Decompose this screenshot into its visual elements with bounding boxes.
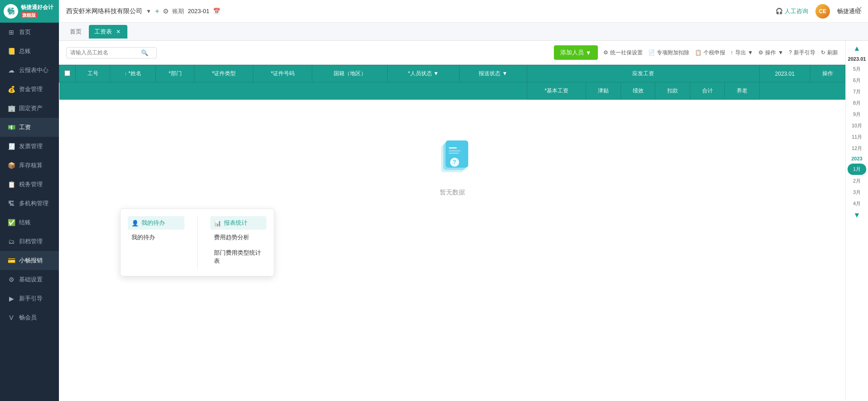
add-person-button[interactable]: 添加人员 ▼ — [554, 45, 598, 60]
timeline-month-jan-2023[interactable]: 1月 — [848, 164, 866, 175]
sidebar-item-member[interactable]: V 畅会员 — [0, 308, 59, 327]
dropdown-todo-item[interactable]: 我的待办 — [128, 230, 184, 245]
timeline-month-11[interactable]: 11月 — [846, 131, 868, 143]
top-header: 西安虾米网络科技有限公司 ▼ + ⚙ 账期 2023-01 📅 🎧 人工咨询 C… — [59, 0, 868, 23]
add-company-btn[interactable]: + — [155, 7, 159, 15]
timeline-down-nav[interactable]: ▼ — [846, 209, 868, 221]
timeline-month-6[interactable]: 6月 — [846, 75, 868, 86]
th-id-number: *证件号码 — [253, 65, 312, 82]
sidebar-item-archive[interactable]: 🗂 归档管理 — [0, 232, 59, 251]
sidebar-item-xiaochang[interactable]: 💳 小畅报销 — [0, 251, 59, 270]
timeline-month-7[interactable]: 7月 — [846, 86, 868, 97]
basic-icon: ⚙ — [7, 276, 15, 283]
refresh-btn[interactable]: ↻ 刷新 — [821, 49, 838, 57]
sidebar-item-basic-label: 基础设置 — [19, 275, 43, 284]
timeline-month-apr-2023[interactable]: 4月 — [846, 198, 868, 209]
period-value[interactable]: 2023-01 — [188, 8, 209, 14]
export-dropdown-icon: ▼ — [748, 49, 753, 56]
sidebar-item-inventory[interactable]: 📦 库存核算 — [0, 156, 59, 175]
invoice-icon: 🧾 — [7, 143, 15, 150]
refresh-icon: ↻ — [821, 49, 825, 56]
timeline-month-10[interactable]: 10月 — [846, 120, 868, 131]
sidebar-item-ledger[interactable]: 📒 总账 — [0, 42, 59, 61]
table-header-row: 工号 ↕ *姓名 *部门 *证件类型 *证件号码 国籍（地区） *人员状态 ▼ … — [59, 65, 845, 82]
search-input[interactable] — [70, 49, 138, 56]
tab-home[interactable]: 首页 — [64, 25, 87, 39]
timeline-month-5[interactable]: 5月 — [846, 63, 868, 75]
th-name[interactable]: ↕ *姓名 — [110, 65, 156, 82]
sidebar-item-cloud-report[interactable]: ☁ 云报表中心 — [0, 61, 59, 80]
tab-bar: 首页 工资表 ✕ ✕ — [59, 23, 868, 41]
th-person-status[interactable]: *人员状态 ▼ — [388, 65, 459, 82]
add-person-btn-group: 添加人员 ▼ — [554, 45, 598, 60]
tab-salary-table[interactable]: 工资表 ✕ — [89, 25, 127, 39]
timeline-month-12[interactable]: 12月 — [846, 143, 868, 154]
export-btn[interactable]: ↑ 导出 ▼ — [731, 49, 753, 57]
operations-icon: ⚙ — [758, 49, 763, 56]
th-department: *部门 — [156, 65, 194, 82]
dropdown-report-item-2[interactable]: 部门费用类型统计表 — [210, 245, 267, 269]
sidebar-item-multi-org[interactable]: 🏗 多机构管理 — [0, 194, 59, 213]
tax-icon: 📋 — [7, 181, 15, 188]
timeline-month-feb-2023[interactable]: 2月 — [846, 175, 868, 187]
th-period: 2023.01 — [759, 65, 810, 82]
th-employee-no: 工号 — [76, 65, 110, 82]
empty-text: 暂无数据 — [440, 188, 465, 197]
cloud-icon: ☁ — [7, 67, 15, 74]
timeline-month-mar-2023[interactable]: 3月 — [846, 187, 868, 198]
timeline-panel: ▲ 2023.01 5月 6月 7月 8月 9月 10月 11月 12月 202… — [845, 41, 868, 401]
period-label: 账期 — [172, 7, 184, 15]
th-submit-status[interactable]: 报送状态 ▼ — [459, 65, 527, 82]
sidebar-item-home[interactable]: ⊞ 首页 — [0, 23, 59, 42]
search-icon[interactable]: 🔍 — [141, 49, 148, 56]
settings-icon[interactable]: ⚙ — [163, 7, 169, 15]
special-deduction-btn[interactable]: 📄 专项附加扣除 — [648, 49, 689, 57]
dropdown-col-todo: 👤 我的待办 我的待办 — [128, 216, 184, 269]
tax-declaration-btn[interactable]: 📋 个税申报 — [695, 49, 725, 57]
settlement-icon: ✅ — [7, 219, 15, 226]
sidebar-item-fixed-assets[interactable]: 🏢 固定资产 — [0, 99, 59, 118]
th-pension: 养老 — [725, 82, 759, 100]
timeline-month-8[interactable]: 8月 — [846, 97, 868, 109]
support-label: 人工咨询 — [785, 7, 808, 15]
social-insurance-btn[interactable]: ⚙ 统一社保设置 — [603, 49, 643, 57]
dropdown-report-item-1[interactable]: 费用趋势分析 — [210, 230, 267, 245]
tab-close-icon[interactable]: ✕ — [115, 28, 122, 35]
export-icon: ↑ — [731, 49, 733, 56]
sidebar-item-multi-org-label: 多机构管理 — [19, 199, 48, 208]
person-status-filter-icon: ▼ — [433, 70, 439, 77]
sidebar-item-guide[interactable]: ▶ 新手引导 — [0, 289, 59, 308]
timeline-month-9[interactable]: 9月 — [846, 109, 868, 120]
calendar-icon[interactable]: 📅 — [213, 8, 220, 14]
sidebar-item-settlement-label: 结账 — [19, 218, 31, 227]
guide-icon: ▶ — [7, 295, 15, 302]
dropdown-columns: 👤 我的待办 我的待办 📊 报表统计 费用趋势分析 部门费用类型统计表 — [128, 216, 267, 269]
social-insurance-label: 统一社保设置 — [610, 49, 643, 57]
th-id-type: *证件类型 — [194, 65, 253, 82]
sidebar-item-basic[interactable]: ⚙ 基础设置 — [0, 270, 59, 289]
select-all-checkbox[interactable] — [64, 70, 70, 76]
operations-btn[interactable]: ⚙ 操作 ▼ — [758, 49, 783, 57]
window-close-button[interactable]: ✕ — [856, 5, 863, 14]
timeline-up-nav[interactable]: ▲ — [846, 43, 868, 54]
svg-rect-4 — [449, 150, 461, 151]
support-button[interactable]: 🎧 人工咨询 — [776, 7, 808, 15]
toolbar: 🔍 添加人员 ▼ ⚙ 统一社保设置 📄 专项附 — [59, 41, 845, 65]
operations-label: 操作 — [765, 49, 776, 57]
guide-btn[interactable]: ? 新手引导 — [789, 49, 815, 57]
header-left: 西安虾米网络科技有限公司 ▼ + ⚙ 账期 2023-01 📅 — [66, 7, 220, 15]
todo-icon: 👤 — [131, 220, 139, 227]
select-all-header[interactable] — [59, 65, 76, 82]
sidebar-item-salary[interactable]: 💵 工资 — [0, 118, 59, 137]
operations-dropdown-icon: ▼ — [778, 49, 783, 56]
sidebar-item-settlement[interactable]: ✅ 结账 — [0, 213, 59, 232]
dropdown-report-title-text: 报表统计 — [224, 219, 247, 227]
sidebar-item-tax[interactable]: 📋 税务管理 — [0, 175, 59, 194]
sidebar-item-invoice[interactable]: 🧾 发票管理 — [0, 137, 59, 156]
sidebar-item-funds[interactable]: 💰 资金管理 — [0, 80, 59, 99]
headset-icon: 🎧 — [776, 8, 783, 14]
company-dropdown[interactable]: ▼ — [146, 8, 151, 14]
guide-label: 新手引导 — [794, 49, 815, 57]
search-box[interactable]: 🔍 — [66, 47, 157, 58]
sidebar-item-salary-label: 工资 — [19, 123, 31, 131]
